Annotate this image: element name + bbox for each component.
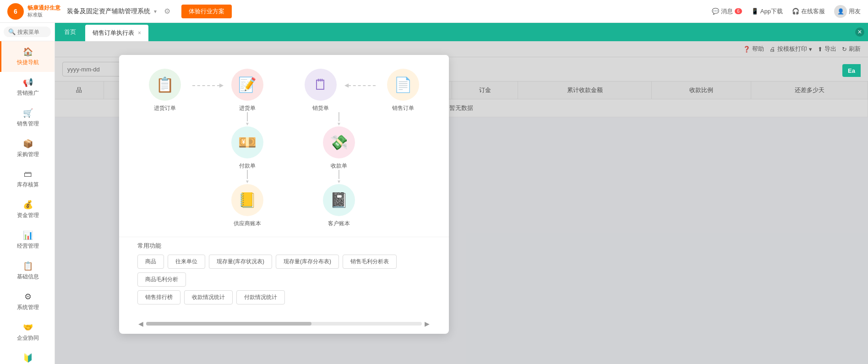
gear-icon[interactable]: ⚙ bbox=[164, 7, 170, 16]
tab-close-icon[interactable]: × bbox=[138, 30, 141, 36]
func-btn-product-profit[interactable]: 商品毛利分析 bbox=[137, 272, 186, 287]
receipt-bill-label: 收款单 bbox=[331, 162, 347, 170]
purchase-order-label: 进货订单 bbox=[154, 104, 176, 112]
message-icon: 💬 bbox=[712, 8, 719, 15]
sale-order-label: 销售订单 bbox=[392, 104, 414, 112]
func-buttons-row2: 销售排行榜 收款情况统计 付款情况统计 bbox=[137, 290, 431, 304]
sidebar-item-purchase[interactable]: 📦 采购管理 bbox=[0, 133, 55, 164]
node-supplier-ledger[interactable]: 📒 供应商账本 bbox=[220, 184, 275, 228]
sidebar-item-enterprise[interactable]: 🤝 企业协同 bbox=[0, 317, 55, 348]
phone-icon: 📱 bbox=[751, 8, 759, 15]
search-input[interactable] bbox=[17, 29, 46, 35]
logo-text: 畅康通好生意 标准版 bbox=[27, 5, 60, 18]
main-layout: 🔍 🏠 快捷导航 📢 营销推广 🛒 销售管理 📦 采购管理 🗃 库存核算 💰 资… bbox=[0, 23, 868, 364]
func-btn-profit-analysis[interactable]: 销售毛利分析表 bbox=[343, 255, 397, 269]
enterprise-icon: 🤝 bbox=[23, 322, 33, 332]
search-icon: 🔍 bbox=[8, 28, 16, 35]
payment-bill-icon: 💴 bbox=[238, 134, 257, 151]
sidebar-item-newbie[interactable]: 🔰 新手引导 bbox=[0, 348, 55, 364]
supplier-ledger-circle: 📒 bbox=[231, 184, 263, 216]
payment-bill-label: 付款单 bbox=[239, 162, 256, 170]
supplier-ledger-icon: 📒 bbox=[238, 191, 257, 209]
purchase-icon: 📦 bbox=[23, 139, 33, 149]
inventory-icon: 🗃 bbox=[23, 169, 33, 179]
content-area: 首页 销售订单执行表 × × ❓ 帮助 🖨 按模板打印 ▾ bbox=[55, 23, 868, 364]
sidebar-item-sales[interactable]: 🛒 销售管理 bbox=[0, 103, 55, 133]
customer-ledger-label: 客户账本 bbox=[328, 220, 350, 228]
sales-icon: 🛒 bbox=[23, 108, 33, 118]
func-btn-counterpart[interactable]: 往来单位 bbox=[168, 255, 205, 269]
purchase-bill-icon: 📝 bbox=[238, 76, 257, 93]
header-right: 💬 消息 6 📱 App下载 🎧 在线客服 👤 用友 bbox=[712, 5, 861, 18]
purchase-order-icon: 📋 bbox=[156, 76, 174, 93]
system-dropdown-arrow[interactable]: ▾ bbox=[154, 8, 157, 15]
sidebar-item-operations[interactable]: 📊 经营管理 bbox=[0, 225, 55, 255]
node-purchase-order[interactable]: 📋 进货订单 bbox=[137, 69, 192, 112]
search-input-wrap[interactable]: 🔍 bbox=[4, 27, 51, 37]
purchase-order-circle: 📋 bbox=[149, 69, 181, 101]
system-title: 装备及固定资产辅助管理系统 bbox=[67, 7, 150, 16]
system-title-area: 装备及固定资产辅助管理系统 ▾ ⚙ 体验行业方案 bbox=[67, 5, 712, 18]
purchase-bill-label: 进货单 bbox=[239, 104, 256, 112]
message-button[interactable]: 💬 消息 6 bbox=[712, 7, 742, 16]
func-btn-stock-status[interactable]: 现存量(库存状况表) bbox=[209, 255, 272, 269]
common-functions-title: 常用功能 bbox=[137, 242, 431, 250]
marketing-icon: 📢 bbox=[23, 77, 33, 87]
modal-overlay[interactable]: 📋 进货订单 ▶ bbox=[55, 41, 868, 364]
customer-ledger-circle: 📓 bbox=[323, 184, 355, 216]
user-avatar: 👤 bbox=[834, 5, 847, 18]
func-btn-sales-rank[interactable]: 销售排行榜 bbox=[137, 290, 180, 304]
service-icon: 🎧 bbox=[792, 8, 799, 15]
node-sale-order[interactable]: 📄 销售订单 bbox=[376, 69, 431, 112]
scrollbar-track[interactable] bbox=[146, 322, 422, 326]
node-customer-ledger[interactable]: 📓 客户账本 bbox=[311, 184, 366, 228]
node-purchase-bill[interactable]: 📝 进货单 bbox=[220, 69, 275, 112]
sidebar-item-quick-nav[interactable]: 🏠 快捷导航 bbox=[0, 41, 55, 72]
scroll-left-arrow[interactable]: ◀ bbox=[137, 319, 144, 328]
sale-order-icon: 📄 bbox=[394, 76, 412, 93]
system-icon: ⚙ bbox=[23, 292, 33, 302]
trial-button[interactable]: 体验行业方案 bbox=[181, 5, 232, 18]
user-menu[interactable]: 👤 用友 bbox=[834, 5, 861, 18]
newbie-icon: 🔰 bbox=[23, 353, 33, 363]
message-badge: 6 bbox=[735, 8, 742, 14]
sidebar-item-marketing[interactable]: 📢 营销推广 bbox=[0, 72, 55, 103]
node-sale-bill[interactable]: 🗒 销货单 bbox=[293, 69, 348, 112]
finance-icon: 💰 bbox=[23, 200, 33, 210]
online-service-button[interactable]: 🎧 在线客服 bbox=[792, 7, 825, 16]
node-receipt-bill[interactable]: 💸 收款单 bbox=[311, 126, 366, 170]
page-content: ❓ 帮助 🖨 按模板打印 ▾ ⬆ 导出 ↻ 刷新 bbox=[55, 41, 868, 364]
tab-sales-order[interactable]: 销售订单执行表 × bbox=[85, 25, 148, 41]
app-download-button[interactable]: 📱 App下载 bbox=[751, 7, 783, 16]
top-header: 6 畅康通好生意 标准版 装备及固定资产辅助管理系统 ▾ ⚙ 体验行业方案 💬 … bbox=[0, 0, 868, 23]
quick-nav-icon: 🏠 bbox=[23, 47, 33, 57]
common-functions: 常用功能 商品 往来单位 现存量(库存状况表) 现存量(库存分布表) 销售毛利分… bbox=[119, 237, 449, 317]
scrollbar-thumb bbox=[146, 322, 311, 326]
sale-bill-circle: 🗒 bbox=[305, 69, 337, 101]
sidebar-item-finance[interactable]: 💰 资金管理 bbox=[0, 194, 55, 225]
func-buttons-row1: 商品 往来单位 现存量(库存状况表) 现存量(库存分布表) 销售毛利分析表 商品… bbox=[137, 255, 431, 287]
customer-ledger-icon: 📓 bbox=[330, 191, 348, 209]
receipt-bill-circle: 💸 bbox=[323, 126, 355, 158]
tab-home[interactable]: 首页 bbox=[55, 23, 85, 41]
sidebar-item-inventory[interactable]: 🗃 库存核算 bbox=[0, 164, 55, 194]
close-all-button[interactable]: × bbox=[855, 27, 864, 37]
sale-order-circle: 📄 bbox=[387, 69, 419, 101]
func-btn-product[interactable]: 商品 bbox=[137, 255, 164, 269]
operations-icon: 📊 bbox=[23, 230, 33, 240]
modal-scrollbar: ◀ ▶ bbox=[119, 317, 449, 334]
ea-badge[interactable]: Ea bbox=[842, 64, 861, 77]
logo-icon: 6 bbox=[7, 3, 24, 20]
scroll-right-arrow[interactable]: ▶ bbox=[424, 319, 431, 328]
sidebar: 🔍 🏠 快捷导航 📢 营销推广 🛒 销售管理 📦 采购管理 🗃 库存核算 💰 资… bbox=[0, 23, 55, 364]
modal-box: 📋 进货订单 ▶ bbox=[119, 55, 449, 334]
func-btn-payment-stats[interactable]: 付款情况统计 bbox=[236, 290, 285, 304]
flow-area: 📋 进货订单 ▶ bbox=[119, 55, 449, 237]
sidebar-item-system[interactable]: ⚙ 系统管理 bbox=[0, 286, 55, 317]
func-btn-stock-dist[interactable]: 现存量(库存分布表) bbox=[276, 255, 339, 269]
search-bar: 🔍 bbox=[0, 23, 55, 41]
func-btn-receipt-stats[interactable]: 收款情况统计 bbox=[184, 290, 233, 304]
basic-info-icon: 📋 bbox=[23, 261, 33, 271]
node-payment-bill[interactable]: 💴 付款单 bbox=[220, 126, 275, 170]
sidebar-item-basic-info[interactable]: 📋 基础信息 bbox=[0, 255, 55, 286]
